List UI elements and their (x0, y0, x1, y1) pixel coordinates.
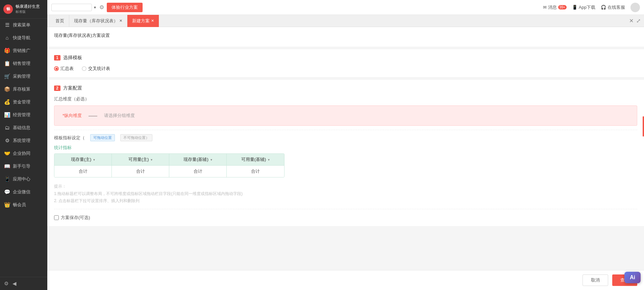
step2-title: 方案配置 (63, 85, 82, 91)
gear-icon[interactable]: ⚙ (99, 4, 104, 10)
search-input[interactable] (51, 4, 92, 11)
chevron-3[interactable]: ▾ (268, 158, 270, 162)
tab-close-new-plan[interactable]: ✕ (151, 19, 154, 23)
online-service-item[interactable]: 🎧 在线客服 (601, 4, 625, 10)
tab-home[interactable]: 首页 (51, 15, 69, 27)
save-label: 方案保存(可选) (61, 215, 90, 221)
col-body-2: 合计 (169, 166, 227, 177)
radio-cross-circle (82, 66, 86, 71)
phone-icon: 📱 (572, 5, 577, 10)
col-body-1: 合计 (112, 166, 169, 177)
sidebar-item-label: 畅会员 (13, 202, 26, 208)
sidebar-item-guide[interactable]: 📖 新手引导 (0, 160, 47, 173)
col-header-0[interactable]: 现存量(主) ▾ (54, 154, 112, 165)
sidebar-item-label: 营销推广 (13, 48, 30, 54)
indicator-label-row: 模板指标设定（ 可拖动位置 不可拖动位置） (54, 134, 637, 141)
sidebar-item-label: 库存核算 (13, 86, 30, 92)
sidebar-item-app-center[interactable]: 📱 应用中心 (0, 173, 47, 186)
dropdown-icon[interactable]: ▾ (94, 5, 96, 10)
collapse-icon[interactable]: ◀ (13, 281, 17, 287)
sidebar-item-search-menu[interactable]: ☰ 搜索菜单 (0, 19, 47, 31)
sidebar-item-label: 企业微信 (13, 189, 30, 195)
finance-icon: 💰 (4, 99, 10, 105)
save-option: 方案保存(可选) (54, 215, 637, 221)
tip-item-1: 1.拖动标题栏可以调整布局，不可跨维度或指标区域拖动栏目字段(只能在同一维度或指… (54, 190, 637, 198)
col-body-0: 合计 (54, 166, 112, 177)
right-edge-indicator (643, 116, 644, 137)
message-label: 消息 (548, 4, 557, 10)
sidebar-logo: 畅 畅康通好生意 标准版 (0, 0, 47, 19)
basic-icon: 🗂 (4, 125, 10, 131)
radio-summary[interactable]: 汇总表 (54, 66, 74, 72)
step1-header: 1 选择模板 (54, 55, 637, 61)
sidebar-item-label: 销售管理 (13, 61, 30, 67)
col-header-2[interactable]: 现存量(基辅) ▾ (169, 154, 227, 165)
quick-nav-icon: ⌂ (4, 35, 10, 41)
app-name: 畅康通好生意 (16, 4, 40, 9)
tab-expand-icon[interactable]: ⤢ (636, 18, 641, 24)
online-service-label: 在线客服 (608, 4, 625, 10)
industry-btn[interactable]: 体验行业方案 (107, 3, 143, 12)
message-item[interactable]: ✉ 消息 99+ (543, 4, 567, 10)
settings-icon[interactable]: ⚙ (4, 281, 8, 287)
system-icon: ⚙ (4, 138, 10, 144)
col-body-3: 合计 (227, 166, 284, 177)
topbar: ▾ ⚙ 体验行业方案 ✉ 消息 99+ 📱 App下载 🎧 在线客服 (47, 0, 644, 15)
tab-new-plan[interactable]: 新建方案 ✕ (127, 15, 159, 27)
sidebar-item-basic[interactable]: 🗂 基础信息 (0, 121, 47, 134)
operation-icon: 📊 (4, 112, 10, 118)
step1-section: 1 选择模板 汇总表 交叉统计表 (47, 49, 644, 77)
radio-summary-label: 汇总表 (60, 66, 74, 72)
save-checkbox[interactable] (54, 215, 59, 220)
headset-icon: 🎧 (601, 5, 606, 10)
sidebar-item-system[interactable]: ⚙ 系统管理 (0, 134, 47, 147)
sidebar-item-coop[interactable]: 🤝 企业协同 (0, 147, 47, 160)
search-menu-icon: ☰ (4, 22, 10, 28)
dimension-arrow: —— (89, 113, 97, 118)
radio-cross[interactable]: 交叉统计表 (82, 66, 110, 72)
inventory-icon: 📦 (4, 86, 10, 92)
chevron-0[interactable]: ▾ (93, 158, 95, 162)
tip-item-2: 2. 点击标题栏下拉可设置排序、插入列和删除列 (54, 197, 637, 205)
page-title: 现存量(库存状况表)方案设置 (54, 32, 637, 39)
tab-close-inventory[interactable]: ✕ (119, 19, 122, 23)
dimension-required: *纵向维度 (63, 113, 82, 119)
movable-tag: 可拖动位置 (90, 134, 115, 141)
step2-header: 2 方案配置 (54, 85, 637, 91)
tab-close-all-icon[interactable]: ✕ (629, 18, 634, 24)
sidebar-item-member[interactable]: 👑 畅会员 (0, 198, 47, 211)
sidebar-item-label: 应用中心 (13, 176, 30, 182)
avatar[interactable] (630, 3, 640, 12)
sidebar-item-label: 新手引导 (13, 163, 30, 169)
cancel-button[interactable]: 取消 (583, 274, 608, 286)
sidebar-item-sales[interactable]: 📋 销售管理 (0, 57, 47, 70)
chevron-1[interactable]: ▾ (151, 158, 152, 162)
sidebar-item-marketing[interactable]: 🎁 营销推广 (0, 44, 47, 57)
bottom-bar: 取消 查询 (47, 270, 644, 290)
tab-inventory-status[interactable]: 现存量（库存状况表） ✕ (69, 15, 127, 27)
indicator-header-row: 现存量(主) ▾ 可用量(主) ▾ 现存量(基辅) ▾ 可用量(基辅) (54, 154, 284, 165)
app-download-item[interactable]: 📱 App下载 (572, 4, 595, 10)
sidebar-item-purchase[interactable]: 🛒 采购管理 (0, 70, 47, 83)
sidebar-item-label: 资金管理 (13, 99, 30, 105)
step1-badge: 1 (54, 55, 60, 61)
sidebar-footer: ⚙ ◀ (0, 277, 47, 290)
indicator-label-text: 模板指标设定（ (54, 135, 85, 141)
page-header: 现存量(库存状况表)方案设置 (47, 27, 644, 47)
col-header-1[interactable]: 可用量(主) ▾ (112, 154, 169, 165)
sidebar-item-wechat[interactable]: 💬 企业微信 (0, 186, 47, 198)
chevron-2[interactable]: ▾ (210, 158, 212, 162)
ai-button[interactable]: Ai (624, 272, 641, 283)
topbar-right: ✉ 消息 99+ 📱 App下载 🎧 在线客服 (543, 3, 640, 12)
sidebar-item-operation[interactable]: 📊 经营管理 (0, 108, 47, 121)
col-header-3[interactable]: 可用量(基辅) ▾ (227, 154, 284, 165)
sidebar: 畅 畅康通好生意 标准版 ☰ 搜索菜单 ⌂ 快捷导航 🎁 营销推广 📋 销售管理… (0, 0, 47, 290)
sidebar-item-label: 企业协同 (13, 150, 30, 156)
sidebar-item-quick-nav[interactable]: ⌂ 快捷导航 (0, 31, 47, 44)
marketing-icon: 🎁 (4, 48, 10, 54)
sidebar-item-inventory[interactable]: 📦 库存核算 (0, 83, 47, 96)
dimension-placeholder: 请选择分组维度 (104, 113, 135, 119)
tips-section: 提示： 1.拖动标题栏可以调整布局，不可跨维度或指标区域拖动栏目字段(只能在同一… (54, 183, 637, 205)
sidebar-item-finance[interactable]: 💰 资金管理 (0, 96, 47, 108)
dimension-box[interactable]: *纵向维度 —— 请选择分组维度 (54, 105, 637, 126)
